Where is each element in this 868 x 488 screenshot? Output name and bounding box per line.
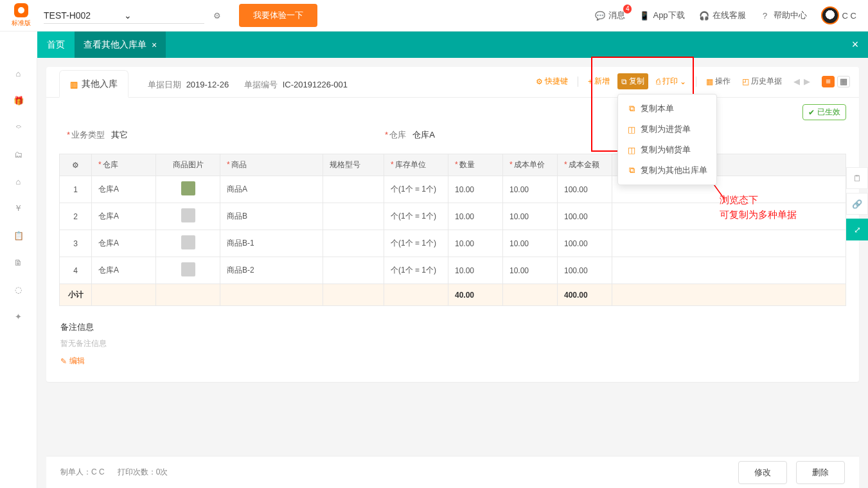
gear-icon[interactable]: ⚙ xyxy=(213,11,221,21)
add-button[interactable]: + 新增 xyxy=(584,73,614,89)
row-spec xyxy=(323,176,384,203)
print-count-info: 打印次数：0次 xyxy=(118,467,168,478)
user-menu[interactable]: C C xyxy=(821,6,856,24)
rb-expand-icon[interactable]: ⤢ xyxy=(846,219,868,240)
doc-date-label: 单据日期 xyxy=(148,80,181,89)
ops-button[interactable]: ▦ 操作 xyxy=(702,73,734,89)
row-price: 10.00 xyxy=(503,230,558,257)
chevron-down-icon: ⌄ xyxy=(680,77,686,86)
row-product: 商品A xyxy=(220,176,323,203)
close-all-tabs[interactable]: × xyxy=(842,32,868,58)
try-experience-button[interactable]: 我要体验一下 xyxy=(239,4,317,27)
subtotal-label: 小计 xyxy=(60,284,92,306)
app-download-button[interactable]: 📱 App下载 xyxy=(639,10,684,21)
delete-button[interactable]: 删除 xyxy=(796,461,845,484)
messages-badge: 4 xyxy=(623,5,632,14)
copy-this-label: 复制本单 xyxy=(641,103,674,114)
phone-icon: 📱 xyxy=(639,10,650,21)
row-price: 10.00 xyxy=(503,257,558,284)
row-spec xyxy=(323,257,384,284)
copy-icon: ⧉ xyxy=(621,77,627,86)
copy-this-item[interactable]: ⧉ 复制本单 xyxy=(618,98,716,119)
row-available xyxy=(612,230,846,257)
copy-sales-label: 复制为销货单 xyxy=(641,144,691,156)
help-icon: ? xyxy=(760,10,770,21)
messages-button[interactable]: 💬 消息 4 xyxy=(595,10,625,21)
print-button[interactable]: ⎙ 打印 ⌄ xyxy=(652,73,690,89)
copy-purchase-item[interactable]: ◫ 复制为进货单 xyxy=(618,119,716,140)
nav-money-icon[interactable]: ￥ xyxy=(12,202,25,215)
nav-cycle-icon[interactable]: ◌ xyxy=(12,283,25,296)
nav-clipboard-icon[interactable]: 📋 xyxy=(12,229,25,242)
doc-tab-other-inbound[interactable]: ▥ 其他入库 xyxy=(59,70,128,98)
ops-label: 操作 xyxy=(715,76,731,87)
table-row[interactable]: 4仓库A商品B-2个(1个 = 1个)10.0010.00100.00 xyxy=(60,257,846,284)
row-available xyxy=(612,203,846,230)
col-amount: *成本金额 xyxy=(558,154,612,176)
product-thumb-icon xyxy=(181,181,195,195)
table-row[interactable]: 3仓库A商品B-1个(1个 = 1个)10.0010.00100.00 xyxy=(60,230,846,257)
view-list-button[interactable]: ≡ xyxy=(822,76,835,87)
doc-tab-label: 其他入库 xyxy=(82,78,118,90)
nav-new-icon[interactable]: ✦ xyxy=(12,310,25,323)
remarks-edit-button[interactable]: ✎ 编辑 xyxy=(60,356,85,366)
tab-view-other-inbound[interactable]: 查看其他入库单 × xyxy=(75,32,166,58)
doc-date: 单据日期 2019-12-26 xyxy=(148,79,229,91)
row-index: 3 xyxy=(60,230,92,257)
row-index: 2 xyxy=(60,203,92,230)
row-warehouse: 仓库A xyxy=(92,257,156,284)
plus-icon: + xyxy=(588,77,592,86)
org-selector[interactable]: TEST-H002 ⌄ xyxy=(44,8,204,24)
table-row[interactable]: 1仓库A商品A个(1个 = 1个)10.0010.00100.00 xyxy=(60,176,846,203)
prev-doc-button[interactable]: ◀ xyxy=(792,77,801,86)
view-grid-button[interactable]: ▦ xyxy=(837,76,850,87)
copy-other-out-item[interactable]: ⧉ 复制为其他出库单 xyxy=(618,160,716,181)
row-unit: 个(1个 = 1个) xyxy=(384,230,448,257)
copy-purchase-label: 复制为进货单 xyxy=(641,123,691,135)
nav-tag-icon[interactable]: ⌔ xyxy=(12,121,25,134)
history-button[interactable]: ◰ 历史单据 xyxy=(738,73,786,89)
avatar xyxy=(821,6,839,24)
grid-icon: ▦ xyxy=(706,77,713,86)
row-qty: 10.00 xyxy=(448,176,503,203)
row-product: 商品B xyxy=(220,203,323,230)
nav-gift-icon[interactable]: 🎁 xyxy=(12,94,25,107)
online-cs-button[interactable]: 🎧 在线客服 xyxy=(699,10,746,21)
online-cs-label: 在线客服 xyxy=(713,10,746,21)
check-icon: ✔ xyxy=(808,108,815,117)
doc-icon: ▥ xyxy=(70,80,78,89)
row-amount: 100.00 xyxy=(558,257,612,284)
doc-date-value: 2019-12-26 xyxy=(186,80,229,89)
col-unit: *库存单位 xyxy=(384,154,448,176)
close-icon[interactable]: × xyxy=(152,40,157,50)
rb-note-icon[interactable]: 🗒 xyxy=(846,167,868,189)
row-warehouse: 仓库A xyxy=(92,203,156,230)
copy-label: 复制 xyxy=(629,76,644,87)
purchase-icon: ◫ xyxy=(627,125,636,134)
copy-sales-item[interactable]: ◫ 复制为销货单 xyxy=(618,140,716,160)
row-spec xyxy=(323,230,384,257)
next-doc-button[interactable]: ▶ xyxy=(802,77,811,86)
rb-link-icon[interactable]: 🔗 xyxy=(846,193,868,215)
col-gear[interactable]: ⚙ xyxy=(60,154,92,176)
tab-home[interactable]: 首页 xyxy=(37,32,75,58)
copy-other-out-label: 复制为其他出库单 xyxy=(641,165,707,176)
copy-button[interactable]: ⧉ 复制 xyxy=(617,73,648,89)
row-spec xyxy=(323,203,384,230)
help-center-label: 帮助中心 xyxy=(774,10,807,21)
biz-type-label: 业务类型 xyxy=(71,130,105,140)
doc-no-value: IC-20191226-001 xyxy=(283,80,348,89)
help-center-button[interactable]: ? 帮助中心 xyxy=(760,10,807,21)
doc-no: 单据编号 IC-20191226-001 xyxy=(244,79,348,91)
edit-icon: ✎ xyxy=(60,357,67,366)
nav-house-icon[interactable]: ⌂ xyxy=(12,175,25,188)
modify-button[interactable]: 修改 xyxy=(738,461,787,484)
row-index: 1 xyxy=(60,176,92,203)
nav-home-icon[interactable]: ⌂ xyxy=(12,67,25,80)
nav-doc-icon[interactable]: 🗎 xyxy=(12,256,25,269)
table-row[interactable]: 2仓库A商品B个(1个 = 1个)10.0010.00100.00 xyxy=(60,203,846,230)
nav-bag-icon[interactable]: 🗂 xyxy=(12,148,25,161)
shortcut-button[interactable]: ⚙ 快捷键 xyxy=(532,73,572,89)
warehouse-label: 仓库 xyxy=(389,130,406,140)
logo-icon xyxy=(14,3,28,17)
